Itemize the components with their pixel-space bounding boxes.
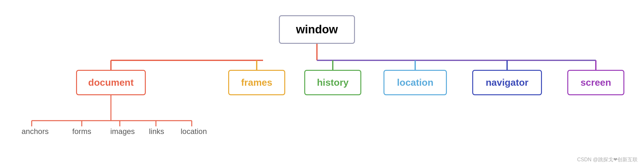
watermark: CSDN @跳探戈❤创新互联	[577, 157, 638, 163]
history-label: history	[317, 77, 349, 88]
window-label: window	[296, 23, 338, 36]
diagram: window document frames history location …	[0, 0, 644, 167]
node-screen: screen	[567, 70, 624, 95]
node-history: history	[304, 70, 361, 95]
frames-label: frames	[241, 77, 272, 88]
leaf-anchors: anchors	[22, 127, 48, 136]
links-label: links	[149, 127, 164, 136]
anchors-label: anchors	[22, 127, 48, 136]
screen-label: screen	[581, 77, 611, 88]
node-frames: frames	[228, 70, 285, 95]
node-navigator: navigator	[472, 70, 542, 95]
leaf-forms: forms	[72, 127, 91, 136]
watermark-text: CSDN @跳探戈❤创新互联	[577, 157, 638, 162]
leaf-links: links	[149, 127, 164, 136]
images-label: images	[110, 127, 135, 136]
node-document: document	[76, 70, 146, 95]
leaf-location2: location	[181, 127, 207, 136]
navigator-label: navigator	[486, 77, 528, 88]
location-label: location	[397, 77, 433, 88]
forms-label: forms	[72, 127, 91, 136]
document-label: document	[88, 77, 133, 88]
leaf-images: images	[110, 127, 135, 136]
node-location: location	[383, 70, 447, 95]
node-window: window	[279, 15, 355, 44]
location2-label: location	[181, 127, 207, 136]
